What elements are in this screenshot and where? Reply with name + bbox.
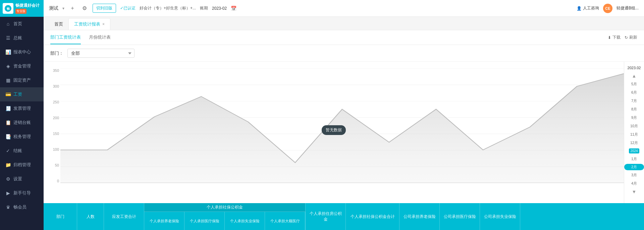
app-name: 畅捷通好会计 [15,3,41,8]
service-icon: 👤 [577,6,582,11]
download-icon: ⬇ [608,35,611,40]
month-dec[interactable]: 12月 [624,139,644,146]
refresh-button[interactable]: ↻ 刷新 [625,35,637,40]
th-ind-total: 个人承担社保公积金合计 [346,203,399,230]
sidebar-label-home: 首页 [13,21,22,27]
bottom-table: 部门 人数 应发工资合计 个人承担社保公积金 个人承担养老保险 个人承担医疗保险… [44,203,644,230]
y-label-100: 100 [44,147,59,151]
download-button[interactable]: ⬇ 下载 [608,35,621,40]
month-jul[interactable]: 7月 [624,97,644,104]
month-sep[interactable]: 9月 [624,114,644,121]
sidebar-item-home[interactable]: ⌂ 首页 [0,17,44,31]
content-area: 部门工资统计表 月份统计表 ⬇ 下载 ↻ 刷新 部门： 全部 [44,30,644,230]
chart-wrapper: 350 300 250 200 150 100 50 0 [44,62,624,203]
month-apr[interactable]: 4月 [624,180,644,187]
sidebar-item-member[interactable]: ♛ 畅会员 [0,200,44,214]
username[interactable]: 轻捷通B组... [616,5,639,11]
filter-row: 部门： 全部 部门1 部门2 [44,45,644,62]
sidebar-label-guide: 新手引导 [13,190,31,196]
th-dept: 部门 [44,203,77,230]
tax-icon: 📑 [5,134,11,139]
sidebar-label-salary: 工资 [13,91,22,97]
month-may[interactable]: 5月 [624,81,644,88]
switch-old-version-button[interactable]: 切到旧版 [93,4,116,13]
topbar: 测试 ▾ ＋ ⚙ 切到旧版 ✓已认证 好会计（专）+好生意（标）+... 账期 … [44,0,644,17]
th-comp-unemployment: 公司承担失业保险 [480,203,520,230]
period-value: 2023-02 [212,6,227,11]
sidebar-label-invoice: 发票管理 [13,105,31,111]
month-feb[interactable]: 2月 [624,164,644,170]
sidebar-item-guide[interactable]: ▶ 新手引导 [0,186,44,200]
ledger-icon: ☰ [5,35,11,41]
panel-down-nav[interactable]: ▼ [631,188,637,195]
month-jan[interactable]: 1月 [624,155,644,163]
y-label-300: 300 [44,84,59,88]
assets-icon: ▦ [5,78,11,83]
archive-icon: 📁 [5,162,11,168]
settle-icon: ✓ [5,148,11,153]
month-oct[interactable]: 10月 [624,123,644,130]
sidebar-item-tax[interactable]: 📑 税务管理 [0,130,44,144]
service-label: 人工咨询 [583,5,599,11]
th-individual-group-label: 个人承担社保公积金 [144,203,305,212]
subtab-dept[interactable]: 部门工资统计表 [50,31,81,44]
subtab-monthly[interactable]: 月份统计表 [89,31,111,44]
month-nov[interactable]: 11月 [624,131,644,138]
dept-filter-select[interactable]: 全部 部门1 部门2 [67,49,135,58]
download-label: 下载 [612,35,621,40]
sidebar-item-settle[interactable]: ✓ 结账 [0,144,44,158]
th-individual-group: 个人承担社保公积金 个人承担养老保险 个人承担医疗保险 个人承担失业保险 个人承… [144,203,306,230]
logo-icon: 畅 [3,3,13,14]
year-2024-badge: 2024 [629,148,639,153]
sidebar-item-sales[interactable]: 📋 进销台账 [0,116,44,130]
calendar-icon[interactable]: 📅 [231,6,236,11]
svg-text:畅: 畅 [7,7,10,10]
tab-salary-report[interactable]: 工资统计报表 × [68,18,110,30]
sidebar-label-settle: 结账 [13,148,22,154]
sidebar-label-ledger: 总账 [13,35,22,41]
sidebar-label-settings: 设置 [13,176,22,182]
topbar-settings-button[interactable]: ⚙ [80,4,89,12]
svg-marker-10 [60,74,624,183]
sidebar-item-reports[interactable]: 📊 报表中心 [0,45,44,59]
sidebar-item-salary[interactable]: 💳 工资 [0,87,44,101]
panel-up-nav[interactable]: ▲ [631,73,637,79]
home-icon: ⌂ [5,21,11,27]
table-header-row: 部门 人数 应发工资合计 个人承担社保公积金 个人承担养老保险 个人承担医疗保险… [44,203,644,230]
tab-close-button[interactable]: × [102,22,105,27]
refresh-label: 刷新 [629,35,637,40]
th-headcount: 人数 [77,203,104,230]
sidebar-label-sales: 进销台账 [13,120,31,126]
product-tags: 好会计（专）+好生意（标）+... [140,5,196,11]
sidebar-item-invoice[interactable]: 🧾 发票管理 [0,101,44,116]
topbar-right: 👤 人工咨询 CE 轻捷通B组... [577,4,639,13]
th-individual-subgroup: 个人承担养老保险 个人承担医疗保险 个人承担失业保险 个人承担大额医疗 [144,212,305,230]
month-aug[interactable]: 8月 [624,106,644,113]
tab-home[interactable]: 首页 [49,18,68,30]
sidebar-item-settings[interactable]: ⚙ 设置 [0,172,44,186]
th-comp-medical: 公司承担医疗保险 [440,203,480,230]
topbar-dropdown-arrow[interactable]: ▾ [62,6,64,11]
th-comp-pension: 公司承担养老保险 [399,203,440,230]
sidebar-label-reports: 报表中心 [13,49,31,55]
sidebar-label-member: 畅会员 [13,204,26,210]
month-jun[interactable]: 6月 [624,89,644,96]
app-badge: 专业版 [15,9,26,14]
sidebar-item-archive[interactable]: 📁 归档管理 [0,158,44,172]
y-label-350: 350 [44,68,59,73]
sidebar-item-funds[interactable]: ◈ 资金管理 [0,59,44,73]
avatar: CE [603,4,612,13]
sidebar-item-ledger[interactable]: ☰ 总账 [0,31,44,45]
y-axis: 350 300 250 200 150 100 50 0 [44,68,60,183]
service-button[interactable]: 👤 人工咨询 [577,5,599,11]
certified-status: ✓已认证 [120,5,136,11]
sidebar-item-assets[interactable]: ▦ 固定资产 [0,73,44,87]
y-label-250: 250 [44,100,59,104]
th-ind-major-medical: 个人承担大额医疗 [265,212,305,230]
y-label-150: 150 [44,132,59,136]
month-mar[interactable]: 3月 [624,172,644,179]
sidebar-label-archive: 归档管理 [13,162,31,168]
topbar-add-button[interactable]: ＋ [68,4,76,12]
tab-home-label: 首页 [54,21,63,27]
funds-icon: ◈ [5,63,11,69]
